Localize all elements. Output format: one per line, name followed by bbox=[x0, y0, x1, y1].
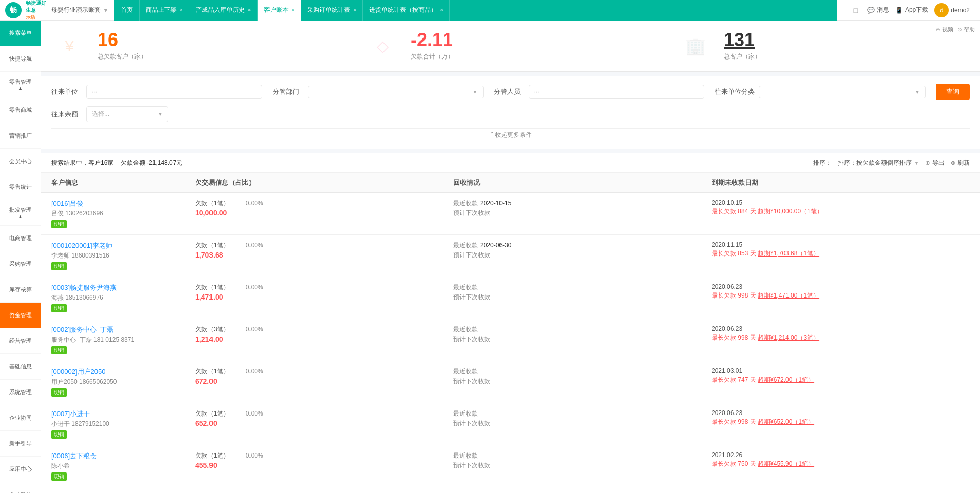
sidebar-item-label-quick-nav: 快捷导航 bbox=[9, 55, 32, 63]
overdue-link-2[interactable]: 超期¥1,471.00（1笔） bbox=[758, 292, 819, 299]
customer-tag-6: 现销 bbox=[51, 472, 67, 481]
balance-select[interactable]: 选择... ▼ bbox=[86, 106, 168, 122]
tab-close-customer-account[interactable]: × bbox=[292, 7, 295, 13]
help-btn[interactable]: ⊙ 帮助 bbox=[957, 26, 975, 33]
sidebar-item-label-search-menu: 搜索菜单 bbox=[9, 29, 32, 37]
customer-tag-2: 现销 bbox=[51, 304, 67, 312]
sidebar-item-enterprise[interactable]: 企业协同 bbox=[0, 405, 41, 431]
sidebar-item-label-marketing: 营销推广 bbox=[9, 132, 32, 140]
sidebar-item-purchase[interactable]: 采购管理 bbox=[0, 251, 41, 277]
tab-close-product-history[interactable]: × bbox=[248, 7, 251, 13]
sidebar-item-batch-manage[interactable]: 批发管理 ▲ bbox=[0, 200, 41, 226]
customer-info-cell-1: [0001020001]李老师李老师 18600391516现销 bbox=[51, 241, 195, 270]
customer-name-1[interactable]: [0001020001]李老师 bbox=[51, 241, 195, 250]
stat-number-3: 131 bbox=[724, 31, 761, 49]
stat-card-3: 🏢 131 总客户（家） ⊙ 视频 ⊙ 帮助 bbox=[667, 21, 980, 71]
sidebar-arrow-icon-retail-manage: ▲ bbox=[18, 86, 23, 91]
unit-class-select[interactable]: ▼ bbox=[759, 86, 926, 98]
overdue-link-3[interactable]: 超期¥1,214.00（3笔） bbox=[758, 334, 819, 341]
due-date-cell-3: 2020.06.23最长欠款 998 天 超期¥1,214.00（3笔） bbox=[712, 325, 970, 342]
sidebar-item-marketing[interactable]: 营销推广 bbox=[0, 123, 41, 149]
sidebar-item-label-member: 会员中心 bbox=[9, 157, 32, 165]
sidebar-item-system[interactable]: 系统管理 bbox=[0, 380, 41, 405]
debt-count-0: 欠款（1笔） bbox=[195, 199, 229, 208]
due-date-cell-0: 2020.10.15最长欠款 884 天 超期¥10,000.00（1笔） bbox=[712, 199, 970, 216]
next-collect-4: 预计下次收款 bbox=[453, 377, 712, 386]
customer-name-2[interactable]: [0003]畅捷服务尹海燕 bbox=[51, 283, 195, 292]
table-col-header: 欠交易信息（占比） bbox=[195, 178, 453, 187]
person-input[interactable]: ··· bbox=[529, 85, 705, 99]
overdue-info-1: 最长欠款 853 天 超期¥1,703.68（1笔） bbox=[712, 249, 970, 258]
tab-bar: 首页商品上下架×产成品入库单历史×客户账本×采购订单统计表×进货单统计表（按商品… bbox=[114, 0, 837, 21]
customer-name-6[interactable]: [0006]去下粮仓 bbox=[51, 451, 195, 461]
refresh-btn[interactable]: ⊙ 刷新 bbox=[951, 159, 970, 167]
sidebar-item-label-batch-manage: 批发管理 bbox=[9, 206, 32, 214]
sidebar-item-search-menu[interactable]: 搜索菜单 bbox=[0, 21, 41, 46]
debt-count-1: 欠款（1笔） bbox=[195, 241, 229, 250]
table-row: [0003]畅捷服务尹海燕海燕 18513066976现销欠款（1笔）1,471… bbox=[41, 277, 980, 319]
sidebar-item-app-center[interactable]: 应用中心 bbox=[0, 457, 41, 482]
next-collect-0: 预计下次收款 bbox=[453, 209, 712, 218]
from-unit-filter: 往来单位 ··· bbox=[51, 85, 262, 99]
tab-product-online[interactable]: 商品上下架× bbox=[140, 0, 189, 21]
table-row: [0016]吕俊吕俊 13026203696现销欠款（1笔）10,000.000… bbox=[41, 193, 980, 235]
maximize-icon[interactable]: □ bbox=[851, 6, 859, 14]
due-date-4: 2021.03.01 bbox=[712, 367, 970, 374]
overdue-link-5[interactable]: 超期¥652.00（1笔） bbox=[758, 418, 814, 425]
minimize-icon[interactable]: — bbox=[837, 6, 848, 14]
overdue-link-0[interactable]: 超期¥10,000.00（1笔） bbox=[758, 208, 823, 215]
customer-name-5[interactable]: [0007]小进干 bbox=[51, 409, 195, 419]
customer-phone-4: 用户2050 18665062050 bbox=[51, 378, 195, 386]
customer-tag-0: 现销 bbox=[51, 220, 67, 228]
tab-product-history[interactable]: 产成品入库单历史× bbox=[189, 0, 258, 21]
sidebar-item-guide[interactable]: 新手引导 bbox=[0, 431, 41, 457]
overdue-link-1[interactable]: 超期¥1,703.68（1笔） bbox=[758, 250, 819, 257]
sort-selector[interactable]: 排序：按欠款金额倒序排序 ▼ bbox=[838, 159, 919, 167]
sidebar-item-capital[interactable]: 资金管理 bbox=[0, 303, 41, 328]
collapse-btn[interactable]: ⌃ 收起更多条件 bbox=[51, 128, 970, 142]
export-btn[interactable]: ⊙ 导出 bbox=[925, 159, 944, 167]
customer-name-4[interactable]: [000002]用户2050 bbox=[51, 367, 195, 377]
sidebar-item-quick-nav[interactable]: 快捷导航 bbox=[0, 46, 41, 72]
from-unit-input[interactable]: ··· bbox=[86, 85, 262, 99]
sidebar-item-retail-stat[interactable]: 零售统计 bbox=[0, 174, 41, 200]
tab-purchase-order[interactable]: 采购订单统计表× bbox=[301, 0, 363, 21]
app-download-btn[interactable]: 📱 App下载 bbox=[895, 6, 928, 14]
customer-name-0[interactable]: [0016]吕俊 bbox=[51, 199, 195, 208]
table-row: [0001020001]李老师李老师 18600391516现销欠款（1笔）1,… bbox=[41, 235, 980, 277]
sidebar-item-label-capital: 资金管理 bbox=[9, 311, 32, 319]
tab-home[interactable]: 首页 bbox=[114, 0, 140, 21]
overdue-link-4[interactable]: 超期¥672.00（1笔） bbox=[758, 376, 814, 383]
video-help-btn[interactable]: ⊙ 视频 bbox=[936, 26, 953, 33]
debt-info-cell-4: 欠款（1笔）672.000.00% bbox=[195, 367, 453, 385]
sidebar-item-operation[interactable]: 经营管理 bbox=[0, 328, 41, 354]
user-menu[interactable]: d demo2 bbox=[934, 3, 970, 17]
sidebar-item-member[interactable]: 会员中心 bbox=[0, 149, 41, 174]
overdue-link-6[interactable]: 超期¥455.90（1笔） bbox=[758, 460, 814, 467]
sidebar-item-basic-info[interactable]: 基础信息 bbox=[0, 354, 41, 380]
debt-amount-1: 1,703.68 bbox=[195, 251, 229, 259]
sidebar-arrow-icon-batch-manage: ▲ bbox=[18, 214, 23, 219]
tab-close-stock-stat[interactable]: × bbox=[440, 7, 443, 13]
stat-content-3: 131 总客户（家） bbox=[724, 31, 761, 61]
results-actions: 排序： 排序：按欠款金额倒序排序 ▼ ⊙ 导出 ⊙ 刷新 bbox=[813, 159, 970, 167]
sidebar-item-enterprise-wechat[interactable]: 企业微信 bbox=[0, 482, 41, 493]
tab-customer-account[interactable]: 客户账本× bbox=[258, 0, 301, 21]
sidebar-item-label-basic-info: 基础信息 bbox=[9, 363, 32, 370]
sidebar-item-retail-mall[interactable]: 零售商城 bbox=[0, 97, 41, 123]
sidebar-item-retail-manage[interactable]: 零售管理 ▲ bbox=[0, 72, 41, 97]
company-selector[interactable]: 母婴行业演示账套 ▼ bbox=[46, 0, 114, 20]
recovery-cell-3: 最近收款预计下次收款 bbox=[453, 325, 712, 344]
tab-close-product-online[interactable]: × bbox=[180, 7, 183, 13]
debt-amount-5: 652.00 bbox=[195, 419, 229, 427]
customer-name-3[interactable]: [0002]服务中心_丁磊 bbox=[51, 325, 195, 334]
sidebar-item-label-guide: 新手引导 bbox=[9, 440, 32, 447]
query-button[interactable]: 查询 bbox=[936, 84, 970, 100]
stat-label-2: 欠款合计（万） bbox=[411, 52, 454, 61]
dept-select[interactable]: ▼ bbox=[308, 86, 484, 98]
message-btn[interactable]: 💬 消息 bbox=[867, 6, 889, 14]
sidebar-item-ecommerce[interactable]: 电商管理 bbox=[0, 226, 41, 251]
sidebar-item-inventory[interactable]: 库存核算 bbox=[0, 277, 41, 303]
tab-stock-stat[interactable]: 进货单统计表（按商品）× bbox=[363, 0, 450, 21]
tab-close-purchase-order[interactable]: × bbox=[353, 7, 356, 13]
